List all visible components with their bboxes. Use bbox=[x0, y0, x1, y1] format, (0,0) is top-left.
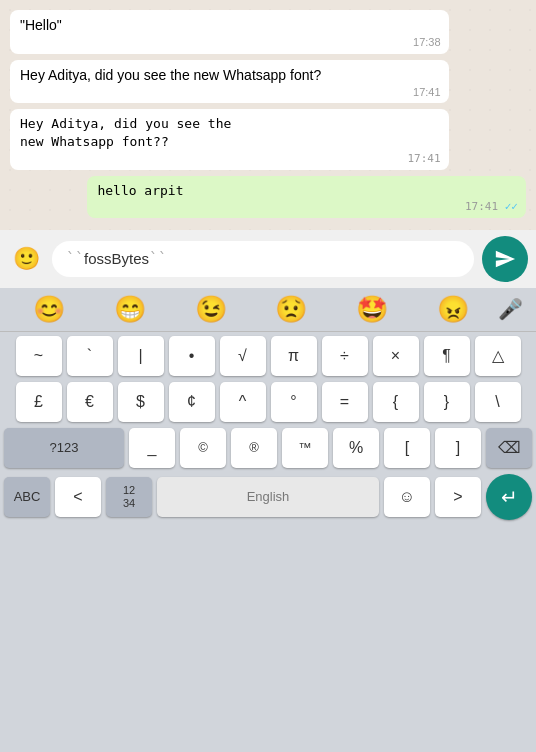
key-spacebar[interactable]: English bbox=[157, 477, 379, 517]
message-time: 17:41 bbox=[413, 85, 441, 100]
keyboard-row-1: ~ ` | • √ π ÷ × ¶ △ bbox=[4, 336, 532, 376]
emoji-heart-eyes[interactable]: 🤩 bbox=[333, 294, 412, 325]
key-degree[interactable]: ° bbox=[271, 382, 317, 422]
key-left-brace[interactable]: { bbox=[373, 382, 419, 422]
key-delete[interactable]: ⌫ bbox=[486, 428, 532, 468]
key-pipe[interactable]: | bbox=[118, 336, 164, 376]
backtick-decoration-end: `` bbox=[149, 250, 167, 268]
key-enter[interactable]: ↵ bbox=[486, 474, 532, 520]
key-dollar[interactable]: $ bbox=[118, 382, 164, 422]
key-pound[interactable]: £ bbox=[16, 382, 62, 422]
message-text: hello arpit bbox=[97, 183, 183, 198]
message-bubble-sent: hello arpit 17:41 bbox=[87, 176, 526, 218]
key-greater-than[interactable]: > bbox=[435, 477, 481, 517]
key-backtick[interactable]: ` bbox=[67, 336, 113, 376]
message-text: Hey Aditya, did you see the new Whatsapp… bbox=[20, 67, 321, 83]
key-euro[interactable]: € bbox=[67, 382, 113, 422]
chat-area: "Hello" 17:38 Hey Aditya, did you see th… bbox=[0, 0, 536, 230]
emoji-angry[interactable]: 😠 bbox=[413, 294, 492, 325]
key-pilcrow[interactable]: ¶ bbox=[424, 336, 470, 376]
emoji-winking[interactable]: 😉 bbox=[171, 294, 250, 325]
key-trademark[interactable]: ™ bbox=[282, 428, 328, 468]
message-text: "Hello" bbox=[20, 17, 62, 33]
key-divide[interactable]: ÷ bbox=[322, 336, 368, 376]
send-icon bbox=[494, 248, 516, 270]
key-underscore[interactable]: _ bbox=[129, 428, 175, 468]
keyboard-row-bottom: ABC < 1234 English ☺ > ↵ bbox=[4, 474, 532, 520]
message-text: Hey Aditya, did you see thenew Whatsapp … bbox=[20, 116, 231, 149]
message-time: 17:38 bbox=[413, 35, 441, 50]
key-multiply[interactable]: × bbox=[373, 336, 419, 376]
microphone-icon[interactable]: 🎤 bbox=[494, 297, 526, 321]
keyboard-row-3: ?123 _ © ® ™ % [ ] ⌫ bbox=[4, 428, 532, 468]
key-abc[interactable]: ABC bbox=[4, 477, 50, 517]
key-bullet[interactable]: • bbox=[169, 336, 215, 376]
key-registered[interactable]: ® bbox=[231, 428, 277, 468]
key-pi[interactable]: π bbox=[271, 336, 317, 376]
send-button[interactable] bbox=[482, 236, 528, 282]
message-time: 17:41 bbox=[407, 151, 440, 166]
backtick-decoration: `` bbox=[66, 250, 84, 268]
key-equals[interactable]: = bbox=[322, 382, 368, 422]
message-bubble: "Hello" 17:38 bbox=[10, 10, 449, 54]
key-less-than[interactable]: < bbox=[55, 477, 101, 517]
key-right-bracket[interactable]: ] bbox=[435, 428, 481, 468]
key-cent[interactable]: ¢ bbox=[169, 382, 215, 422]
key-right-brace[interactable]: } bbox=[424, 382, 470, 422]
input-area: 🙂 ``fossBytes`` bbox=[0, 230, 536, 288]
key-emoji[interactable]: ☺ bbox=[384, 477, 430, 517]
key-left-bracket[interactable]: [ bbox=[384, 428, 430, 468]
message-input[interactable]: ``fossBytes`` bbox=[52, 241, 474, 277]
emoji-worried[interactable]: 😟 bbox=[252, 294, 331, 325]
keyboard-row-2: £ € $ ¢ ^ ° = { } \ bbox=[4, 382, 532, 422]
key-caret[interactable]: ^ bbox=[220, 382, 266, 422]
emoji-row: 😊 😁 😉 😟 🤩 😠 🎤 bbox=[0, 288, 536, 332]
key-123[interactable]: ?123 bbox=[4, 428, 124, 468]
message-time: 17:41 bbox=[465, 199, 518, 214]
emoji-smiling[interactable]: 😊 bbox=[10, 294, 89, 325]
input-text: fossBytes bbox=[84, 250, 149, 267]
key-tilde[interactable]: ~ bbox=[16, 336, 62, 376]
message-bubble: Hey Aditya, did you see the new Whatsapp… bbox=[10, 60, 449, 104]
emoji-button[interactable]: 🙂 bbox=[8, 241, 44, 277]
key-backslash[interactable]: \ bbox=[475, 382, 521, 422]
emoji-grinning[interactable]: 😁 bbox=[91, 294, 170, 325]
keyboard: ~ ` | • √ π ÷ × ¶ △ £ € $ ¢ ^ ° = { } \ … bbox=[0, 332, 536, 752]
key-triangle[interactable]: △ bbox=[475, 336, 521, 376]
key-sqrt[interactable]: √ bbox=[220, 336, 266, 376]
key-copyright[interactable]: © bbox=[180, 428, 226, 468]
key-percent[interactable]: % bbox=[333, 428, 379, 468]
message-bubble: Hey Aditya, did you see thenew Whatsapp … bbox=[10, 109, 449, 169]
key-numbers[interactable]: 1234 bbox=[106, 477, 152, 517]
